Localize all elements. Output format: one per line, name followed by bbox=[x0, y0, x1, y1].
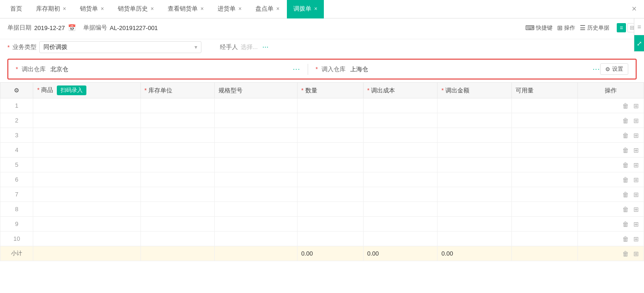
row-unit-3[interactable] bbox=[140, 128, 215, 143]
row-copy-icon-2[interactable]: ⊞ bbox=[632, 116, 640, 125]
subtotal-delete-icon[interactable]: 🗑 bbox=[621, 249, 630, 258]
row-amount-2[interactable] bbox=[437, 113, 512, 128]
row-copy-icon-10[interactable]: ⊞ bbox=[632, 234, 640, 244]
row-spec-9[interactable] bbox=[215, 217, 298, 232]
row-goods-10[interactable] bbox=[33, 232, 140, 246]
row-qty-7[interactable] bbox=[297, 187, 363, 202]
row-unit-7[interactable] bbox=[140, 187, 215, 202]
shortcut-btn[interactable]: ⌨ 快捷键 bbox=[525, 24, 553, 32]
row-spec-2[interactable] bbox=[215, 113, 298, 128]
row-goods-3[interactable] bbox=[33, 128, 140, 143]
row-qty-8[interactable] bbox=[297, 202, 363, 217]
row-goods-8[interactable] bbox=[33, 202, 140, 217]
row-goods-9[interactable] bbox=[33, 217, 140, 232]
scan-btn[interactable]: 扫码录入 bbox=[57, 85, 86, 95]
col-header-gear[interactable]: ⚙ bbox=[0, 83, 33, 98]
row-goods-5[interactable] bbox=[33, 158, 140, 172]
operate-btn[interactable]: ⊞ 操作 bbox=[557, 24, 575, 32]
row-unit-4[interactable] bbox=[140, 143, 215, 158]
row-spec-6[interactable] bbox=[215, 172, 298, 187]
row-cost-4[interactable] bbox=[363, 143, 437, 158]
row-unit-1[interactable] bbox=[140, 98, 215, 113]
sidebar-expand-icon[interactable]: ⤢ bbox=[634, 35, 644, 52]
row-delete-icon-7[interactable]: 🗑 bbox=[621, 190, 630, 199]
row-spec-8[interactable] bbox=[215, 202, 298, 217]
row-qty-5[interactable] bbox=[297, 158, 363, 172]
row-qty-10[interactable] bbox=[297, 232, 363, 246]
row-goods-2[interactable] bbox=[33, 113, 140, 128]
row-unit-10[interactable] bbox=[140, 232, 215, 246]
row-delete-icon-9[interactable]: 🗑 bbox=[621, 220, 630, 229]
row-delete-icon-10[interactable]: 🗑 bbox=[621, 234, 630, 244]
row-cost-9[interactable] bbox=[363, 217, 437, 232]
row-delete-icon-6[interactable]: 🗑 bbox=[621, 175, 630, 184]
tab-home[interactable]: 首页 bbox=[4, 0, 29, 18]
row-copy-icon-9[interactable]: ⊞ bbox=[632, 220, 640, 229]
tab-inventory-init[interactable]: 库存期初 × bbox=[30, 0, 73, 18]
row-spec-1[interactable] bbox=[215, 98, 298, 113]
row-delete-icon-1[interactable]: 🗑 bbox=[621, 101, 630, 110]
close-all-tabs[interactable]: × bbox=[628, 4, 640, 14]
handler-more-btn[interactable]: ··· bbox=[262, 43, 268, 51]
table-area[interactable]: ⚙ * 商品 扫码录入 * 库存单位 规格型号 * 数量 bbox=[0, 82, 644, 293]
row-amount-9[interactable] bbox=[437, 217, 512, 232]
row-copy-icon-3[interactable]: ⊞ bbox=[632, 131, 640, 140]
tab-sales-order[interactable]: 销货单 × bbox=[73, 0, 110, 18]
row-delete-icon-3[interactable]: 🗑 bbox=[621, 131, 630, 140]
business-type-select[interactable]: 同价调拨 ▾ bbox=[39, 41, 201, 53]
row-cost-5[interactable] bbox=[363, 158, 437, 172]
row-qty-2[interactable] bbox=[297, 113, 363, 128]
row-amount-8[interactable] bbox=[437, 202, 512, 217]
row-amount-4[interactable] bbox=[437, 143, 512, 158]
sidebar-list-icon[interactable]: ≡ bbox=[634, 18, 644, 35]
tab-close-transfer-order[interactable]: × bbox=[314, 6, 317, 12]
row-spec-5[interactable] bbox=[215, 158, 298, 172]
row-cost-7[interactable] bbox=[363, 187, 437, 202]
row-qty-4[interactable] bbox=[297, 143, 363, 158]
row-goods-4[interactable] bbox=[33, 143, 140, 158]
row-copy-icon-6[interactable]: ⊞ bbox=[632, 175, 640, 184]
row-spec-7[interactable] bbox=[215, 187, 298, 202]
row-unit-2[interactable] bbox=[140, 113, 215, 128]
row-delete-icon-8[interactable]: 🗑 bbox=[621, 205, 630, 214]
row-amount-5[interactable] bbox=[437, 158, 512, 172]
tab-view-sales[interactable]: 查看销货单 × bbox=[161, 0, 210, 18]
settings-button[interactable]: ⚙ 设置 bbox=[600, 63, 628, 75]
tab-inventory-check[interactable]: 盘点单 × bbox=[249, 0, 286, 18]
row-unit-6[interactable] bbox=[140, 172, 215, 187]
row-amount-10[interactable] bbox=[437, 232, 512, 246]
row-goods-7[interactable] bbox=[33, 187, 140, 202]
tab-close-sales-order[interactable]: × bbox=[101, 6, 104, 12]
row-spec-10[interactable] bbox=[215, 232, 298, 246]
row-delete-icon-2[interactable]: 🗑 bbox=[621, 116, 630, 125]
row-cost-1[interactable] bbox=[363, 98, 437, 113]
tab-close-view-sales[interactable]: × bbox=[200, 6, 204, 12]
row-unit-8[interactable] bbox=[140, 202, 215, 217]
row-unit-9[interactable] bbox=[140, 217, 215, 232]
row-amount-3[interactable] bbox=[437, 128, 512, 143]
row-goods-1[interactable] bbox=[33, 98, 140, 113]
tab-close-inventory-check[interactable]: × bbox=[276, 6, 279, 12]
row-goods-6[interactable] bbox=[33, 172, 140, 187]
row-cost-6[interactable] bbox=[363, 172, 437, 187]
row-qty-6[interactable] bbox=[297, 172, 363, 187]
row-cost-10[interactable] bbox=[363, 232, 437, 246]
row-cost-2[interactable] bbox=[363, 113, 437, 128]
tab-close-purchase-order[interactable]: × bbox=[238, 6, 242, 12]
row-qty-1[interactable] bbox=[297, 98, 363, 113]
row-copy-icon-1[interactable]: ⊞ bbox=[632, 101, 640, 110]
handler-select[interactable]: 选择... bbox=[241, 43, 258, 51]
row-amount-6[interactable] bbox=[437, 172, 512, 187]
calendar-icon[interactable]: 📅 bbox=[68, 24, 76, 31]
history-btn[interactable]: ☰ 历史单据 bbox=[580, 24, 609, 32]
tab-sales-history[interactable]: 销货单历史 × bbox=[111, 0, 160, 18]
tab-close-sales-history[interactable]: × bbox=[151, 6, 154, 12]
row-copy-icon-7[interactable]: ⊞ bbox=[632, 190, 640, 199]
tab-close-inventory-init[interactable]: × bbox=[63, 6, 66, 12]
row-copy-icon-4[interactable]: ⊞ bbox=[632, 146, 640, 155]
row-qty-9[interactable] bbox=[297, 217, 363, 232]
layout-btn-1[interactable]: ≡ bbox=[617, 23, 626, 32]
row-delete-icon-5[interactable]: 🗑 bbox=[621, 160, 630, 170]
tab-purchase-order[interactable]: 进货单 × bbox=[211, 0, 248, 18]
row-copy-icon-5[interactable]: ⊞ bbox=[632, 160, 640, 170]
